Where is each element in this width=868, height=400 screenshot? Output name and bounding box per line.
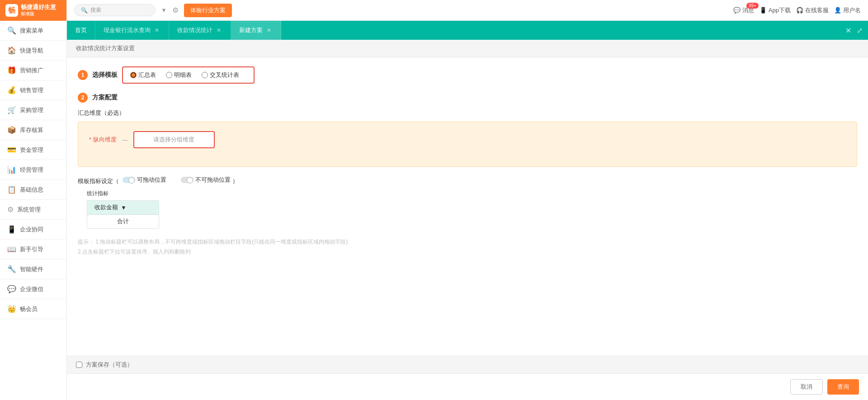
tips-line2: 2.点击标题栏下拉可设置排序、插入列和删除列 xyxy=(78,247,857,257)
finance-icon: 💳 xyxy=(7,146,16,154)
wechat-icon: 💬 xyxy=(7,285,16,293)
quick-nav-icon: 🏠 xyxy=(7,46,16,55)
tab-new-plan-label: 新建方案 xyxy=(239,26,263,34)
dimension-row: * 纵向维度 — 请选择分组维度 xyxy=(89,131,846,148)
member-icon: 👑 xyxy=(7,305,16,313)
step2-section: 2 方案配置 汇总维度（必选） * 纵向维度 — 请选择分组维度 xyxy=(78,93,857,257)
radio-crosstab[interactable]: 交叉统计表 xyxy=(202,71,239,79)
sales-icon: 💰 xyxy=(7,86,16,94)
sidebar-item-purchase[interactable]: 🛒 采购管理 xyxy=(0,100,66,120)
indicator-table-row: 合计 xyxy=(87,215,159,228)
search-icon: 🔍 xyxy=(81,7,88,14)
indicator-table-header: 收款金额 ▼ xyxy=(87,201,159,215)
non-draggable-toggle[interactable] xyxy=(181,177,193,183)
query-button[interactable]: 查询 xyxy=(827,379,859,395)
sidebar-item-newbie[interactable]: 📖 新手引导 xyxy=(0,240,66,259)
vertical-label: * 纵向维度 xyxy=(89,136,117,144)
radio-detail[interactable]: 明细表 xyxy=(166,71,192,79)
sidebar-item-label: 资金管理 xyxy=(20,146,43,154)
tab-expand-icon[interactable]: ⤢ xyxy=(857,26,863,35)
sidebar-item-basic-info[interactable]: 📋 基础信息 xyxy=(0,180,66,200)
sidebar-item-marketing[interactable]: 🎁 营销推广 xyxy=(0,61,66,80)
tabbar: 首页 现金银行流水查询 ✕ 收款情况统计 ✕ 新建方案 ✕ ✕ ⤢ xyxy=(67,21,868,40)
user-btn[interactable]: 👤 用户名 xyxy=(834,6,861,14)
tab-collection-stat-close[interactable]: ✕ xyxy=(215,27,222,34)
footer: 方案保存（可选） xyxy=(67,356,868,373)
sidebar-item-system[interactable]: ⚙ 系统管理 xyxy=(0,200,66,220)
logo-icon: 畅 xyxy=(5,4,18,17)
indicator-header: 模板指标设定（ 可拖动位置 不可拖动位置 ） xyxy=(78,176,857,185)
user-icon: 👤 xyxy=(834,7,841,14)
topbar: 🔍 搜索 ▼ ⚙ 体验行业方案 💬 消息 99+ 📱 App下载 🎧 在线客服 … xyxy=(67,0,868,21)
sidebar-item-sales[interactable]: 💰 销售管理 xyxy=(0,80,66,100)
sidebar-item-member[interactable]: 👑 畅会员 xyxy=(0,299,66,319)
non-draggable-label: 不可拖动位置 xyxy=(181,176,231,184)
search-box[interactable]: 🔍 搜索 xyxy=(74,4,156,16)
app-icon: 📱 xyxy=(760,7,767,14)
step2-title: 方案配置 xyxy=(92,94,118,102)
sidebar: 畅 畅捷通好生意 标准版 🔍 搜索菜单 🏠 快捷导航 🎁 营销推广 💰 销售管理… xyxy=(0,0,67,400)
radio-summary-input[interactable] xyxy=(130,72,137,78)
sidebar-item-label: 快捷导航 xyxy=(20,47,43,55)
dimension-select[interactable]: 请选择分组维度 xyxy=(133,131,215,148)
content-area: 收款情况统计方案设置 1 选择模板 汇总表 明细表 xyxy=(67,40,868,400)
enterprise-icon: 📱 xyxy=(7,225,16,234)
settings-icon[interactable]: ⚙ xyxy=(172,6,179,14)
radio-crosstab-input[interactable] xyxy=(202,72,208,78)
cancel-button[interactable]: 取消 xyxy=(790,379,823,395)
tab-home[interactable]: 首页 xyxy=(67,21,95,40)
sidebar-item-finance[interactable]: 💳 资金管理 xyxy=(0,140,66,160)
indicator-col-dropdown[interactable]: ▼ xyxy=(121,204,127,211)
marketing-icon: 🎁 xyxy=(7,66,16,75)
indicator-col-label: 收款金额 xyxy=(94,203,118,212)
content-body: 1 选择模板 汇总表 明细表 交叉统计表 xyxy=(67,57,868,356)
system-icon: ⚙ xyxy=(7,205,14,214)
inventory-icon: 📦 xyxy=(7,126,16,134)
sidebar-item-operation[interactable]: 📊 经营管理 xyxy=(0,160,66,180)
step2-header: 2 方案配置 xyxy=(78,93,857,103)
sidebar-item-label: 智能硬件 xyxy=(20,265,43,273)
sidebar-item-smart-hw[interactable]: 🔧 智能硬件 xyxy=(0,259,66,279)
app-download-btn[interactable]: 📱 App下载 xyxy=(760,6,791,14)
tab-home-label: 首页 xyxy=(75,26,87,34)
logo-version: 标准版 xyxy=(21,11,56,17)
dimension-section: 汇总维度（必选） * 纵向维度 — 请选择分组维度 模板指标设定（ xyxy=(78,109,857,257)
tab-bank-flow-close[interactable]: ✕ xyxy=(153,27,160,34)
sidebar-item-wechat[interactable]: 💬 企业微信 xyxy=(0,279,66,299)
dimension-area: * 纵向维度 — 请选择分组维度 xyxy=(78,122,857,167)
tab-new-plan[interactable]: 新建方案 ✕ xyxy=(231,21,281,40)
save-plan-checkbox[interactable] xyxy=(76,362,82,368)
topbar-dropdown-icon[interactable]: ▼ xyxy=(161,7,167,14)
user-label: 用户名 xyxy=(843,6,861,14)
radio-detail-input[interactable] xyxy=(166,72,172,78)
online-service-label: 在线客服 xyxy=(805,6,829,14)
radio-summary[interactable]: 汇总表 xyxy=(130,71,156,79)
operation-icon: 📊 xyxy=(7,165,16,174)
sidebar-item-inventory[interactable]: 📦 库存核算 xyxy=(0,120,66,140)
search-placeholder: 搜索 xyxy=(90,6,101,14)
sidebar-item-label: 采购管理 xyxy=(20,106,43,114)
sidebar-item-search-menu[interactable]: 🔍 搜索菜单 xyxy=(0,21,66,41)
online-service-btn[interactable]: 🎧 在线客服 xyxy=(796,6,829,14)
sidebar-item-label: 新手引导 xyxy=(20,245,43,254)
step1-num: 1 xyxy=(78,70,88,80)
save-plan-label: 方案保存（可选） xyxy=(86,361,133,369)
draggable-toggle[interactable] xyxy=(123,177,135,183)
sidebar-item-label: 经营管理 xyxy=(20,166,43,174)
message-btn[interactable]: 💬 消息 99+ xyxy=(733,6,754,14)
tips-line1: 提示： 1.拖动标题栏可以调整布局，不可跨维度或指标区域拖动栏目字段(只能在同一… xyxy=(78,237,857,247)
tab-collection-stat[interactable]: 收款情况统计 ✕ xyxy=(169,21,231,40)
tab-bank-flow[interactable]: 现金银行流水查询 ✕ xyxy=(95,21,169,40)
tab-close-all-icon[interactable]: ✕ xyxy=(845,26,851,35)
industry-btn[interactable]: 体验行业方案 xyxy=(184,4,232,17)
sidebar-item-enterprise[interactable]: 📱 企业协同 xyxy=(0,220,66,240)
sidebar-item-label: 系统管理 xyxy=(17,206,41,214)
radio-crosstab-label: 交叉统计表 xyxy=(210,71,239,79)
sidebar-item-label: 基础信息 xyxy=(20,186,43,194)
dimension-arrow: — xyxy=(122,136,128,143)
radio-summary-label: 汇总表 xyxy=(138,71,156,79)
sidebar-item-quick-nav[interactable]: 🏠 快捷导航 xyxy=(0,41,66,61)
stat-indicator-label: 统计指标 xyxy=(87,190,857,198)
tab-new-plan-close[interactable]: ✕ xyxy=(265,27,273,34)
indicator-table: 收款金额 ▼ 合计 xyxy=(87,200,159,229)
